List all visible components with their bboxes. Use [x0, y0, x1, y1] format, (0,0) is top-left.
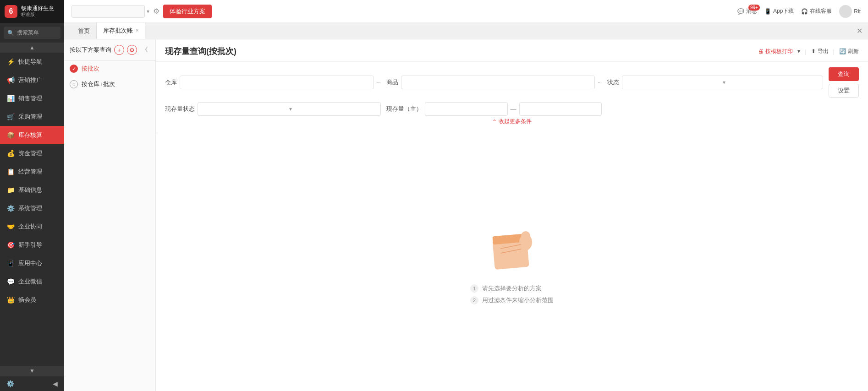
phone-icon: 📱: [764, 8, 771, 15]
sidebar-item-label: 资金管理: [18, 149, 42, 157]
sales-icon: 📊: [6, 94, 15, 103]
sidebar-item-label: 基础信息: [18, 186, 42, 194]
sidebar-item-member[interactable]: 👑 畅会员: [0, 291, 64, 309]
goods-input[interactable]: [401, 76, 595, 89]
sidebar-item-label: 营销推广: [18, 76, 42, 84]
sidebar-item-label: 畅会员: [18, 296, 36, 304]
close-all-tabs-button[interactable]: ✕: [851, 23, 868, 39]
sidebar-search[interactable]: 🔍 搜索菜单: [4, 27, 60, 39]
stock-status-dropdown-icon: ▾: [289, 106, 377, 112]
stock-qty-max-input[interactable]: [519, 102, 602, 116]
marketing-icon: 📢: [6, 76, 15, 84]
goods-label: 商品: [386, 78, 398, 87]
tab-close-icon[interactable]: ×: [136, 28, 138, 33]
topbar-search-input[interactable]: [71, 5, 145, 18]
topbar-left: ▾ ⚙ 体验行业方案: [71, 5, 732, 18]
empty-illustration: [484, 220, 539, 275]
export-label: 导出: [818, 48, 829, 55]
print-label: 按模板打印: [765, 48, 793, 55]
topbar-right: 💬 消息 99+ 📱 App下载 🎧 在线客服 Rit: [737, 5, 861, 18]
app-logo: 6: [5, 5, 17, 18]
print-dropdown-icon[interactable]: ▾: [797, 48, 800, 54]
app-download-label: App下载: [773, 7, 794, 15]
goods-more-button[interactable]: ···: [598, 80, 602, 85]
online-service-action[interactable]: 🎧 在线客服: [801, 7, 832, 15]
sidebar-item-basic[interactable]: 📁 基础信息: [0, 181, 64, 199]
filter-settings-button[interactable]: 设置: [829, 84, 859, 98]
sidebar-item-purchase[interactable]: 🛒 采购管理: [0, 108, 64, 126]
content-area: 按以下方案查询 + ⚙ 《 ✓ 按批次 ○ 按仓库+批次: [64, 39, 868, 391]
settings-icon[interactable]: ⚙️: [6, 380, 14, 387]
add-scheme-button[interactable]: +: [114, 45, 124, 55]
scheme-inactive-icon: ○: [70, 80, 78, 88]
user-avatar-action[interactable]: Rit: [839, 5, 861, 18]
status-filter-group: 状态 ▾: [607, 67, 823, 98]
sidebar-item-wechat[interactable]: 💬 企业微信: [0, 272, 64, 291]
sidebar-item-finance[interactable]: 💰 资金管理: [0, 144, 64, 163]
warehouse-input[interactable]: [180, 76, 374, 89]
scroll-down-button[interactable]: ▼: [0, 366, 64, 376]
refresh-label: 刷新: [848, 48, 859, 55]
sidebar-item-label: 系统管理: [18, 204, 42, 212]
tabbar: 首页 库存批次账 × ✕: [64, 23, 868, 39]
export-icon: ⬆: [811, 48, 816, 54]
tab-home[interactable]: 首页: [71, 23, 97, 39]
sidebar-item-apps[interactable]: 📱 应用中心: [0, 254, 64, 272]
filter-row-1: 仓库 ··· 商品 ··· 状态 ▾: [165, 67, 859, 98]
sidebar-item-system[interactable]: ⚙️ 系统管理: [0, 199, 64, 217]
export-button[interactable]: ⬆ 导出: [811, 48, 829, 55]
sidebar-item-sales[interactable]: 📊 销售管理: [0, 89, 64, 108]
scroll-up-button[interactable]: ▲: [0, 43, 64, 53]
member-icon: 👑: [6, 296, 15, 304]
app-download-action[interactable]: 📱 App下载: [764, 7, 794, 15]
tab-inventory-batch[interactable]: 库存批次账 ×: [97, 23, 145, 39]
headset-icon: 🎧: [801, 8, 808, 15]
scheme-item-batch[interactable]: ✓ 按批次: [64, 61, 155, 76]
sidebar-item-enterprise[interactable]: 🤝 企业协同: [0, 217, 64, 236]
collapse-sidebar-icon[interactable]: ◀: [53, 380, 58, 387]
page-header: 现存量查询(按批次) 🖨 按模板打印 ▾ | ⬆ 导出 | 🔄: [156, 39, 868, 62]
sidebar-item-inventory[interactable]: 📦 库存核算: [0, 126, 64, 144]
print-button[interactable]: 🖨 按模板打印: [758, 48, 793, 55]
stock-qty-label: 现存量（主）: [386, 105, 422, 113]
collapse-more-button[interactable]: ⌃ 收起更多条件: [165, 116, 859, 127]
search-icon: 🔍: [7, 30, 14, 36]
shortcut-icon: ⚡: [6, 58, 15, 66]
refresh-icon: 🔄: [839, 48, 846, 54]
scheme-settings-button[interactable]: ⚙: [127, 45, 137, 55]
stock-status-label: 现存量状态: [165, 105, 195, 113]
query-button[interactable]: 查询: [829, 67, 859, 81]
hint-text-2: 用过滤条件来缩小分析范围: [482, 296, 554, 304]
app-name: 畅康通好生意: [21, 5, 54, 11]
tab-inventory-batch-label: 库存批次账: [103, 27, 133, 35]
messages-badge: 99+: [748, 5, 760, 11]
warehouse-more-button[interactable]: ···: [377, 80, 381, 85]
sidebar-item-operation[interactable]: 📋 经营管理: [0, 163, 64, 181]
stock-status-select[interactable]: ▾: [198, 102, 381, 116]
topbar-settings-icon[interactable]: ⚙: [153, 7, 159, 16]
collapse-panel-button[interactable]: 《: [140, 44, 150, 56]
left-panel-title: 按以下方案查询: [70, 46, 111, 54]
status-label: 状态: [607, 78, 619, 87]
topbar-chevron-icon[interactable]: ▾: [147, 8, 149, 15]
filter-area: 仓库 ··· 商品 ··· 状态 ▾: [156, 62, 868, 133]
chevron-up-icon: ⌃: [492, 119, 497, 125]
empty-hint-1: 1 请先选择要分析的方案: [470, 284, 554, 293]
sidebar-item-guide[interactable]: 🎯 新手引导: [0, 236, 64, 254]
settings-icon: ⚙: [129, 47, 135, 54]
sidebar-item-label: 快捷导航: [18, 58, 42, 66]
sidebar-nav: ⚡ 快捷导航 📢 营销推广 📊 销售管理 🛒 采购管理 📦 库存核算 💰 资金管…: [0, 53, 64, 366]
refresh-button[interactable]: 🔄 刷新: [839, 48, 859, 55]
stock-qty-min-input[interactable]: [425, 102, 508, 116]
experience-button[interactable]: 体验行业方案: [163, 5, 212, 18]
status-select[interactable]: ▾: [622, 76, 823, 89]
scheme-item-warehouse-batch[interactable]: ○ 按仓库+批次: [64, 76, 155, 92]
sidebar-item-marketing[interactable]: 📢 营销推广: [0, 71, 64, 89]
scheme-item-label: 按批次: [82, 65, 99, 73]
user-name: Rit: [854, 8, 861, 15]
app-brand: 畅康通好生意 标准版: [21, 5, 54, 18]
sidebar-item-shortcut[interactable]: ⚡ 快捷导航: [0, 53, 64, 71]
sidebar-header: 6 畅康通好生意 标准版: [0, 0, 64, 23]
guide-icon: 🎯: [6, 241, 15, 249]
messages-action[interactable]: 💬 消息 99+: [737, 7, 757, 15]
